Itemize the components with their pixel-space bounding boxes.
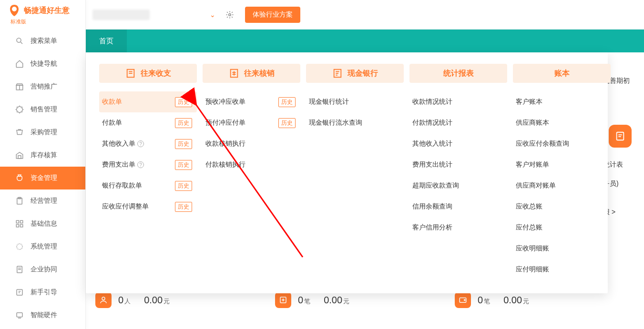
- menu-item-expense[interactable]: 费用支出单?历史: [99, 154, 197, 175]
- menu-item[interactable]: 现金银行流水查询: [306, 112, 404, 133]
- wallet-icon: [455, 292, 471, 308]
- menu-item[interactable]: 预收冲应收单历史: [203, 91, 300, 112]
- sidebar-item-inventory[interactable]: 库存核算: [0, 144, 85, 167]
- ledger-icon: [332, 68, 343, 79]
- sidebar-item-system[interactable]: 系统管理: [0, 235, 85, 258]
- menu-item-receipt[interactable]: 收款单历史: [99, 91, 197, 112]
- sidebar-item-shortcut[interactable]: 快捷导航: [0, 52, 85, 75]
- menu-item[interactable]: 应收总账: [513, 196, 611, 217]
- settings-button[interactable]: [223, 8, 236, 21]
- sidebar-item-marketing[interactable]: 营销推广: [0, 75, 85, 98]
- help-icon[interactable]: ?: [137, 140, 144, 147]
- menu-item[interactable]: 其他收入统计: [409, 133, 507, 154]
- svg-rect-4: [18, 156, 21, 159]
- menu-label: 付款核销执行: [205, 160, 245, 169]
- menu-item[interactable]: 费用支出统计: [409, 154, 507, 175]
- menu-item[interactable]: 客户账本: [513, 91, 611, 112]
- sidebar-item-search[interactable]: 搜索菜单: [0, 30, 85, 52]
- org-name-blurred: [92, 10, 150, 20]
- mega-col-title: 账本: [554, 69, 570, 79]
- report-shortcut-icon[interactable]: [609, 125, 632, 148]
- sidebar-item-operation[interactable]: 经营管理: [0, 189, 85, 212]
- menu-label: 其他收入统计: [412, 140, 452, 148]
- stat-card: 0笔 0.00元: [275, 292, 455, 308]
- menu-item[interactable]: 应付明细账: [513, 259, 611, 280]
- history-badge[interactable]: 历史: [278, 97, 296, 107]
- mega-col-reports: 统计报表 收款情况统计 付款情况统计 其他收入统计 费用支出统计 超期应收款查询…: [409, 64, 507, 285]
- menu-label: 费用支出统计: [412, 160, 452, 169]
- menu-item[interactable]: 应收应付余额查询: [513, 133, 611, 154]
- mega-col-writeoff: 往来核销 预收冲应收单历史 预付冲应付单历史 收款核销执行 付款核销执行: [203, 64, 300, 285]
- svg-point-31: [102, 297, 105, 300]
- tab-home[interactable]: 首页: [86, 30, 127, 52]
- sidebar-item-label: 智能硬件: [31, 311, 57, 319]
- sidebar-item-purchase[interactable]: 采购管理: [0, 121, 85, 144]
- mega-col-title: 往来核销: [244, 69, 275, 79]
- history-badge[interactable]: 历史: [175, 139, 192, 149]
- sidebar-item-label: 系统管理: [31, 242, 57, 251]
- sidebar-item-collab[interactable]: 企业协同: [0, 258, 85, 281]
- menu-item-other-income[interactable]: 其他收入单?历史: [99, 133, 197, 154]
- menu-label: 供应商账本: [516, 119, 549, 127]
- sidebar-item-funds[interactable]: 资金管理: [0, 167, 85, 189]
- mega-col-header: 账本: [513, 64, 611, 83]
- sidebar-item-hardware[interactable]: 智能硬件: [0, 304, 85, 327]
- sidebar-item-guide[interactable]: 新手引导: [0, 281, 85, 304]
- menu-item[interactable]: 应付总账: [513, 217, 611, 238]
- menu-label: 应付总账: [516, 223, 542, 232]
- menu-label: 超期应收款查询: [412, 181, 459, 190]
- menu-item[interactable]: 应收明细账: [513, 238, 611, 259]
- sidebar-item-sales[interactable]: 销售管理: [0, 98, 85, 121]
- svg-line-1: [20, 42, 22, 44]
- menu-item[interactable]: 收款情况统计: [409, 91, 507, 112]
- experience-button[interactable]: 体验行业方案: [245, 7, 300, 23]
- menu-item-payment[interactable]: 付款单历史: [99, 112, 197, 133]
- mega-col-title: 往来收支: [141, 69, 171, 79]
- menu-label: 应收明细账: [516, 244, 549, 253]
- document-icon: [15, 265, 24, 274]
- device-icon: [15, 311, 24, 319]
- menu-label: 现金银行流水查询: [309, 119, 362, 127]
- sidebar-item-label: 营销推广: [31, 82, 57, 91]
- menu-label: 收款核销执行: [205, 140, 245, 148]
- menu-label: 应付明细账: [516, 265, 549, 274]
- help-icon[interactable]: ?: [137, 161, 144, 168]
- sidebar-list: 搜索菜单 快捷导航 营销推广 销售管理 采购管理 库存核算 资金管理 经营管理 …: [0, 30, 85, 327]
- menu-item[interactable]: 现金银行统计: [306, 91, 404, 112]
- history-badge[interactable]: 历史: [278, 118, 296, 128]
- menu-item[interactable]: 收款核销执行: [203, 133, 300, 154]
- menu-label: 供应商对账单: [516, 181, 556, 190]
- mega-col-title: 统计报表: [443, 69, 474, 79]
- svg-point-0: [17, 38, 21, 42]
- stat-unit: 元: [164, 298, 170, 305]
- menu-item[interactable]: 供应商对账单: [513, 175, 611, 196]
- history-badge[interactable]: 历史: [175, 160, 192, 170]
- sidebar-item-label: 基础信息: [31, 219, 57, 228]
- menu-item[interactable]: 客户对账单: [513, 154, 611, 175]
- history-badge[interactable]: 历史: [175, 118, 192, 128]
- people-icon: [95, 292, 112, 308]
- menu-item[interactable]: 超期应收款查询: [409, 175, 507, 196]
- sidebar-item-basic[interactable]: 基础信息: [0, 212, 85, 235]
- menu-item[interactable]: 客户信用分析: [409, 217, 507, 238]
- org-dropdown-chevron[interactable]: ⌄: [206, 11, 219, 19]
- menu-item-adjust[interactable]: 应收应付调整单历史: [99, 196, 197, 217]
- menu-item[interactable]: 信用余额查询: [409, 196, 507, 217]
- menu-item[interactable]: 付款情况统计: [409, 112, 507, 133]
- sidebar-item-label: 库存核算: [31, 151, 57, 160]
- menu-item-bank-transfer[interactable]: 银行存取款单历史: [99, 175, 197, 196]
- menu-item[interactable]: 供应商账本: [513, 112, 611, 133]
- menu-item[interactable]: 付款核销执行: [203, 154, 300, 175]
- svg-point-11: [17, 244, 22, 249]
- stat-card: 0笔 0.00元: [455, 292, 634, 308]
- edition-label: 标准版: [10, 18, 80, 25]
- guide-icon: [15, 288, 24, 297]
- mega-col-title: 现金银行: [348, 69, 378, 79]
- history-badge[interactable]: 历史: [175, 181, 192, 191]
- history-badge[interactable]: 历史: [175, 202, 192, 212]
- menu-item[interactable]: 预付冲应付单历史: [203, 112, 300, 133]
- mega-col-header: 往来收支: [99, 64, 197, 83]
- stat-card: 0人 0.00元: [95, 292, 275, 308]
- history-badge[interactable]: 历史: [175, 97, 192, 107]
- badge-icon: [15, 105, 24, 114]
